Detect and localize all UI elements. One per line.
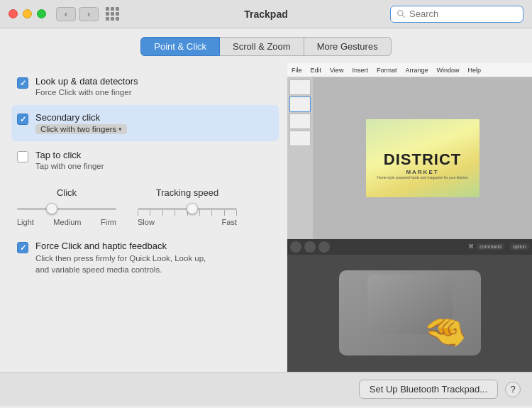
- minimize-button[interactable]: [23, 9, 32, 18]
- click-slider-track[interactable]: [17, 202, 116, 215]
- menu-view: View: [330, 67, 343, 74]
- tracking-slider-label: Tracking speed: [156, 187, 218, 198]
- slide-thumb-4: [289, 131, 311, 146]
- toolbar-btn-2: [304, 241, 316, 253]
- search-input[interactable]: [409, 9, 517, 19]
- bottom-bar: Set Up Bluetooth Trackpad... ?: [0, 372, 532, 406]
- click-thumb[interactable]: [46, 203, 57, 214]
- toolbar-btn-3: [318, 241, 330, 253]
- tab-more-gestures[interactable]: More Gestures: [304, 37, 392, 56]
- tracking-thumb[interactable]: [187, 203, 198, 214]
- grid-icon[interactable]: [106, 7, 119, 21]
- tab-point-click[interactable]: Point & Click: [140, 37, 220, 56]
- lookup-sub: Force Click with one finger: [35, 88, 138, 97]
- menu-edit: Edit: [311, 67, 322, 74]
- district-desc: Home style prepared foods and magazine f…: [374, 175, 470, 180]
- tracking-slider-group: Tracking speed Slow Fast: [138, 187, 237, 226]
- preview-content: DISTRICT MARKET Home style prepared food…: [287, 77, 532, 239]
- preview-screen: File Edit View Insert Format Arrange Win…: [287, 63, 532, 255]
- lookup-checkbox-wrap[interactable]: [17, 77, 28, 89]
- menu-help: Help: [467, 67, 481, 74]
- secondary-click-title: Secondary click: [35, 112, 127, 123]
- secondary-click-dropdown[interactable]: Click with two fingers ▾: [35, 124, 127, 134]
- tracking-slider-track[interactable]: [138, 202, 237, 215]
- lookup-title: Look up & data detectors: [35, 76, 138, 87]
- preview-visual: File Edit View Insert Format Arrange Win…: [287, 63, 532, 372]
- tap-text: Tap to click Tap with one finger: [35, 150, 104, 170]
- tap-checkbox[interactable]: [17, 151, 28, 162]
- click-max-label: Firm: [101, 218, 116, 226]
- sliders-section: Click Light Medium Firm Tracking speed: [17, 179, 273, 232]
- click-track-line: [17, 208, 116, 210]
- toolbar-option-label: option: [510, 243, 529, 250]
- toolbar-cmd-label: command: [477, 243, 504, 250]
- lookup-checkbox[interactable]: [17, 77, 28, 89]
- setup-bluetooth-button[interactable]: Set Up Bluetooth Trackpad...: [359, 380, 498, 399]
- lookup-setting: Look up & data detectors Force Click wit…: [17, 69, 273, 104]
- district-card: DISTRICT MARKET Home style prepared food…: [366, 119, 480, 197]
- left-panel: Look up & data detectors Force Click wit…: [0, 63, 287, 372]
- slide-thumb-3: [289, 114, 311, 129]
- maximize-button[interactable]: [37, 9, 46, 18]
- tap-to-click-setting: Tap to click Tap with one finger: [17, 143, 273, 177]
- click-min-label: Light: [17, 218, 34, 226]
- menu-window: Window: [436, 67, 459, 74]
- secondary-click-checkbox-wrap[interactable]: [17, 114, 28, 125]
- click-slider-sublabels: Light Medium Firm: [17, 218, 116, 226]
- tap-checkbox-wrap[interactable]: [17, 151, 28, 162]
- preview-sidebar: [287, 77, 313, 239]
- traffic-lights: [9, 9, 46, 18]
- secondary-click-sub: Click with two fingers ▾: [35, 124, 127, 134]
- district-sub: MARKET: [374, 169, 470, 175]
- menu-arrange: Arrange: [405, 67, 428, 74]
- menu-format: Format: [377, 67, 397, 74]
- menu-insert: Insert: [352, 67, 368, 74]
- click-slider-label: Click: [57, 187, 77, 198]
- back-button[interactable]: ‹: [56, 7, 76, 21]
- search-box[interactable]: [390, 6, 523, 23]
- tap-title: Tap to click: [35, 150, 104, 160]
- preview-toolbar: ⌘ command option: [287, 239, 532, 255]
- tracking-max-label: Fast: [222, 218, 237, 226]
- tracking-track-line: [138, 208, 237, 210]
- hand-icon: 🤏: [421, 309, 470, 356]
- force-click-title: Force Click and haptic feedback: [35, 241, 206, 251]
- preview-trackpad-area: 🤏: [287, 255, 532, 372]
- search-icon: [397, 9, 406, 18]
- preview-menubar: File Edit View Insert Format Arrange Win…: [287, 63, 532, 77]
- force-click-sub: Click then press firmly for Quick Look, …: [35, 253, 206, 275]
- nav-buttons: ‹ ›: [56, 7, 99, 21]
- tracking-slider-sublabels: Slow Fast: [138, 218, 237, 226]
- slide-thumb-2: [289, 97, 311, 112]
- tap-sub: Tap with one finger: [35, 162, 104, 170]
- help-button[interactable]: ?: [505, 382, 521, 397]
- click-mid-label: Medium: [53, 218, 81, 226]
- trackpad-device: 🤏: [339, 270, 481, 355]
- tabs-bar: Point & Click Scroll & Zoom More Gesture…: [0, 28, 532, 63]
- tab-scroll-zoom[interactable]: Scroll & Zoom: [220, 37, 304, 56]
- toolbar-btn-1: [290, 241, 301, 253]
- menu-file: File: [292, 67, 302, 74]
- preview-main: DISTRICT MARKET Home style prepared food…: [313, 77, 532, 239]
- slide-thumb-1: [289, 79, 311, 95]
- secondary-click-checkbox[interactable]: [17, 114, 28, 125]
- lookup-text: Look up & data detectors Force Click wit…: [35, 76, 138, 97]
- window-title: Trackpad: [244, 9, 287, 20]
- forward-button[interactable]: ›: [79, 7, 99, 21]
- svg-line-1: [402, 15, 404, 17]
- force-click-checkbox-wrap[interactable]: [17, 242, 28, 253]
- tracking-min-label: Slow: [138, 218, 155, 226]
- toolbar-keyboard-hint: ⌘: [468, 243, 474, 250]
- click-slider-group: Click Light Medium Firm: [17, 187, 116, 226]
- main-content: Look up & data detectors Force Click wit…: [0, 63, 532, 372]
- close-button[interactable]: [9, 9, 18, 18]
- dropdown-chevron: ▾: [118, 126, 122, 133]
- right-panel: File Edit View Insert Format Arrange Win…: [287, 63, 532, 372]
- force-click-checkbox[interactable]: [17, 242, 28, 253]
- secondary-click-text: Secondary click Click with two fingers ▾: [35, 112, 127, 134]
- title-bar: ‹ › Trackpad: [0, 0, 532, 28]
- secondary-click-setting: Secondary click Click with two fingers ▾: [11, 105, 279, 141]
- district-title: DISTRICT: [374, 150, 470, 169]
- force-click-text: Force Click and haptic feedback Click th…: [35, 241, 206, 275]
- force-click-setting: Force Click and haptic feedback Click th…: [17, 233, 273, 280]
